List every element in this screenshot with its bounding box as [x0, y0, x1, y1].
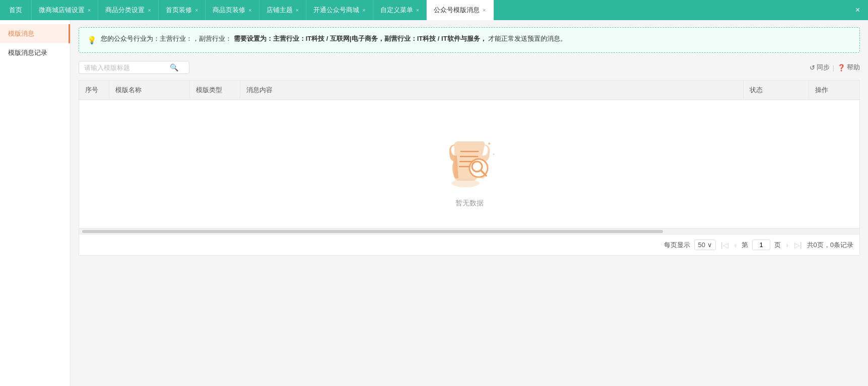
tab-template-message[interactable]: 公众号模版消息 ×	[427, 0, 493, 20]
info-text-highlight: 需要设置为：主营行业：IT科技 / 互联网|电子商务，副营行业：IT科技 / I…	[234, 35, 487, 42]
help-button[interactable]: ❓ 帮助	[837, 63, 860, 72]
sidebar: 模版消息 模版消息记录	[0, 20, 71, 386]
tab-home-decor[interactable]: 首页装修 ×	[159, 0, 206, 20]
content-area: 💡 您的公众号行业为：主营行业：，副营行业： 需要设置为：主营行业：IT科技 /…	[71, 20, 868, 386]
close-icon[interactable]: ×	[483, 7, 486, 13]
total-info: 共0页，0条记录	[807, 241, 853, 250]
col-name: 模版名称	[109, 81, 190, 100]
close-icon[interactable]: ×	[362, 7, 365, 13]
info-text-3: 才能正常发送预置的消息。	[488, 35, 567, 42]
tab-home-decor-label: 首页装修	[166, 6, 192, 15]
sync-label: 同步	[817, 63, 830, 72]
page-label: 第	[742, 241, 748, 250]
search-input-wrap[interactable]: 🔍	[79, 61, 189, 74]
info-banner: 💡 您的公众号行业为：主营行业：，副营行业： 需要设置为：主营行业：IT科技 /…	[79, 27, 860, 53]
info-banner-text: 您的公众号行业为：主营行业：，副营行业： 需要设置为：主营行业：IT科技 / 互…	[101, 34, 567, 44]
help-label: 帮助	[847, 63, 860, 72]
prev-page-button[interactable]: ‹	[733, 241, 738, 249]
toolbar-divider: |	[833, 64, 834, 71]
chevron-down-icon: ∨	[707, 241, 712, 249]
pagination: 每页显示 50 ∨ |◁ ‹ 第 页 › ▷| 共0页，0条记录	[79, 234, 859, 255]
tab-custom-menu-label: 自定义菜单	[380, 6, 413, 15]
help-icon: ❓	[837, 64, 845, 71]
sync-icon: ↺	[810, 64, 815, 71]
close-icon[interactable]: ×	[148, 7, 151, 13]
sync-button[interactable]: ↺ 同步	[810, 63, 830, 72]
tab-product-decor[interactable]: 商品页装修 ×	[206, 0, 259, 20]
search-icon[interactable]: 🔍	[170, 63, 178, 71]
page-size-select[interactable]: 50 ∨	[694, 240, 715, 250]
info-text-1: 您的公众号行业为：主营行业：，副营行业：	[101, 35, 232, 42]
svg-text:✦: ✦	[492, 152, 495, 156]
close-icon[interactable]: ×	[416, 7, 419, 13]
close-icon[interactable]: ×	[296, 7, 299, 13]
tab-category-settings[interactable]: 商品分类设置 ×	[98, 0, 158, 20]
sidebar-item-template-message[interactable]: 模版消息	[0, 24, 70, 43]
bulb-icon: 💡	[87, 34, 97, 46]
search-input[interactable]	[84, 64, 170, 71]
tab-shop-settings[interactable]: 微商城店铺设置 ×	[32, 0, 98, 20]
page-unit: 页	[774, 241, 781, 250]
tab-home-label: 首页	[9, 6, 22, 15]
col-action: 操作	[809, 81, 859, 100]
tab-open-mall[interactable]: 开通公众号商城 ×	[306, 0, 373, 20]
first-page-button[interactable]: |◁	[720, 241, 729, 249]
close-icon[interactable]: ×	[248, 7, 251, 13]
toolbar-right: ↺ 同步 | ❓ 帮助	[810, 63, 860, 72]
tab-custom-menu[interactable]: 自定义菜单 ×	[373, 0, 427, 20]
tab-product-decor-label: 商品页装修	[213, 6, 245, 15]
last-page-button[interactable]: ▷|	[793, 241, 803, 249]
empty-state: ✦ ✦ 暂无数据	[79, 100, 859, 228]
top-nav-bar: 首页 微商城店铺设置 × 商品分类设置 × 首页装修 × 商品页装修 × 店铺主…	[0, 0, 868, 20]
empty-state-icon: ✦ ✦	[439, 130, 500, 191]
tab-shop-settings-label: 微商城店铺设置	[39, 6, 85, 15]
page-input[interactable]	[752, 240, 770, 250]
search-bar: 🔍 ↺ 同步 | ❓ 帮助	[79, 61, 860, 74]
col-status: 状态	[744, 81, 809, 100]
scrollbar-thumb[interactable]	[82, 230, 663, 233]
page-size-label: 每页显示	[664, 241, 690, 250]
page-size-value: 50	[698, 241, 705, 249]
tab-open-mall-label: 开通公众号商城	[313, 6, 359, 15]
main-layout: 模版消息 模版消息记录 💡 您的公众号行业为：主营行业：，副营行业： 需要设置为…	[0, 20, 868, 386]
data-table: 序号 模版名称 模版类型 消息内容 状态 操作	[79, 80, 860, 256]
close-icon[interactable]: ×	[88, 7, 91, 13]
col-index: 序号	[79, 81, 109, 100]
col-content: 消息内容	[240, 81, 744, 100]
sidebar-item-label: 模版消息	[8, 30, 34, 37]
col-type: 模版类型	[190, 81, 240, 100]
next-page-button[interactable]: ›	[785, 241, 789, 249]
sidebar-item-template-record[interactable]: 模版消息记录	[0, 43, 70, 62]
svg-text:✦: ✦	[487, 141, 491, 146]
table-header: 序号 模版名称 模版类型 消息内容 状态 操作	[79, 81, 859, 100]
tab-store-theme-label: 店铺主题	[266, 6, 293, 15]
empty-text: 暂无数据	[455, 199, 484, 208]
tab-category-settings-label: 商品分类设置	[105, 6, 145, 15]
horizontal-scrollbar[interactable]	[79, 228, 859, 234]
global-close-button[interactable]: ×	[847, 6, 868, 15]
close-icon[interactable]: ×	[195, 7, 198, 13]
tab-home[interactable]: 首页	[0, 0, 32, 20]
tab-template-message-label: 公众号模版消息	[434, 6, 480, 15]
sidebar-item-label: 模版消息记录	[8, 49, 47, 56]
tab-store-theme[interactable]: 店铺主题 ×	[259, 0, 306, 20]
